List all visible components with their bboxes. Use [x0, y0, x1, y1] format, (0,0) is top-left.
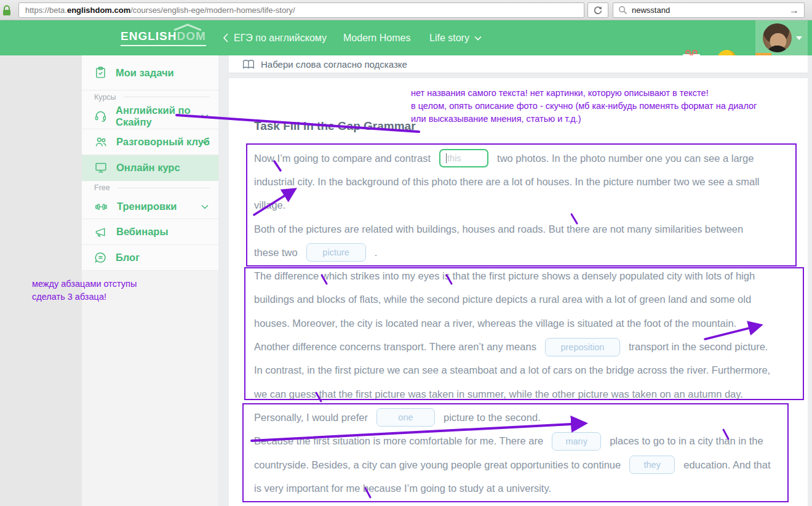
back-chevron-icon: [223, 33, 228, 42]
exercise-title: Task Fill in the Gap Grammar: [254, 119, 416, 133]
book-icon: [242, 59, 255, 70]
chevron-down-icon: [474, 36, 482, 41]
chevron-down-icon: [201, 114, 209, 119]
sidebar-item-blog[interactable]: Блог: [82, 245, 218, 271]
go-arrow-icon[interactable]: →: [789, 5, 799, 16]
reload-button[interactable]: [587, 2, 608, 18]
user-menu[interactable]: [755, 20, 808, 55]
lock-icon: [2, 5, 12, 16]
nav-lesson-label: Life story: [429, 33, 469, 44]
annotation-rect-paragraph1: [246, 143, 797, 267]
search-box[interactable]: →: [613, 2, 805, 18]
sidebar-item-label: Тренировки: [117, 201, 177, 212]
sidebar-item-label: Разговорный клуб: [116, 136, 210, 148]
sidebar-item-speaking-club[interactable]: Разговорный клуб: [82, 129, 218, 155]
logo[interactable]: ENGLISHDOM: [121, 20, 206, 55]
breadcrumb-back[interactable]: ЕГЭ по английскому: [223, 20, 327, 55]
reload-icon: [593, 6, 603, 15]
sidebar-item-label: Онлайн курс: [116, 162, 180, 174]
url-prefix: https://beta.: [25, 6, 67, 15]
sidebar-item-trainings[interactable]: Тренировки: [82, 195, 218, 219]
site-header: ENGLISHDOM ЕГЭ по английскому Modern Hom…: [0, 20, 812, 55]
annotation-line: между абзацами отступы: [32, 278, 137, 291]
sidebar-section-free: Free: [82, 181, 218, 195]
users-icon: [94, 135, 108, 148]
sidebar-item-label: Блог: [116, 252, 140, 263]
section-label: Курсы: [94, 93, 116, 102]
search-input[interactable]: [632, 6, 787, 15]
nav-course-label: Modern Homes: [343, 33, 410, 44]
clipboard-check-icon: [94, 66, 107, 79]
sidebar-item-my-tasks[interactable]: Мои задачи: [82, 55, 218, 90]
annotation-line: нет названия самого текста! нет картинки…: [411, 87, 757, 100]
nav-course[interactable]: Modern Homes: [343, 20, 410, 55]
headset-icon: [94, 110, 107, 122]
sidebar-item-webinars[interactable]: Вебинары: [82, 219, 218, 245]
annotation-line: в целом, опять описание фото - скучно (м…: [411, 100, 757, 113]
sidebar-item-label: Мои задачи: [116, 67, 174, 79]
megaphone-icon: [94, 226, 108, 238]
annotation-rect-paragraph2: [244, 267, 804, 400]
url-path: /courses/english-ege/modern-homes/life-s…: [130, 6, 295, 15]
task-header-label: Набери слова согласно подсказке: [261, 59, 407, 70]
logo-roof-icon: [173, 23, 202, 31]
sidebar-item-online-course[interactable]: Онлайн курс: [82, 155, 218, 181]
avatar[interactable]: [763, 23, 792, 52]
annotation-rect-paragraph3: [242, 403, 789, 502]
sidebar-item-label: Вебинары: [116, 226, 169, 238]
monitor-icon: [94, 161, 108, 174]
breadcrumb-label: ЕГЭ по английскому: [234, 33, 327, 44]
task-header-bar: Набери слова согласно подсказке: [229, 55, 808, 73]
nav-lesson-dropdown[interactable]: Life story: [429, 20, 482, 55]
dropdown-caret-icon: [796, 36, 802, 40]
url-bar[interactable]: https://beta.englishdom.com/courses/engl…: [18, 2, 584, 18]
sidebar-item-english-skype[interactable]: Английский по Скайпу: [82, 103, 218, 129]
chevron-down-icon: [201, 140, 209, 145]
annotation-top-note: нет названия самого текста! нет картинки…: [411, 87, 757, 126]
search-icon: [618, 6, 627, 15]
annotation-line: сделать 3 абзаца!: [32, 291, 137, 303]
page: https://beta.englishdom.com/courses/engl…: [0, 0, 812, 506]
annotation-line: или высказывание мнения, статью и т.д.): [411, 113, 757, 126]
annotation-side-note: между абзацами отступы сделать 3 абзаца!: [32, 278, 137, 303]
brand-english: ENGLISH: [121, 30, 177, 42]
sidebar-section-courses: Курсы: [82, 90, 218, 103]
browser-chrome: https://beta.englishdom.com/courses/engl…: [0, 0, 812, 20]
chat-icon: [94, 251, 107, 264]
chevron-down-icon: [201, 204, 209, 209]
brand-dom: DOM: [177, 30, 205, 42]
dumbbell-icon: [94, 201, 108, 213]
url-domain: englishdom.com: [67, 6, 130, 15]
section-label: Free: [94, 183, 110, 192]
